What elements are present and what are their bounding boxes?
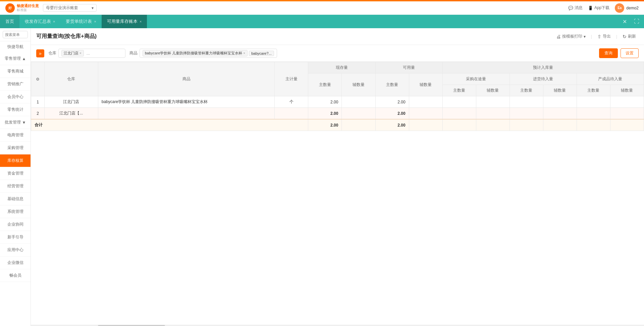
app-download-button[interactable]: 📱 App下载 [588,5,609,11]
row1-arrival-aux [543,96,577,108]
message-button[interactable]: 💬 消息 [568,5,583,11]
sidebar-item-purchase-mgmt[interactable]: 采购管理 [0,142,31,154]
chevron-down-icon: ▼ [22,120,26,125]
row1-purchase-main [442,96,476,108]
refresh-button[interactable]: ↻ 刷新 [620,32,639,41]
sidebar-item-system[interactable]: 系统管理 [0,205,31,218]
logo-text: 畅捷通好生意 标准版 [17,4,39,12]
query-button[interactable]: 查询 [599,48,618,58]
sidebar-item-basic-info[interactable]: 基础信息 [0,193,31,205]
horizontal-scrollbar[interactable] [31,325,644,326]
row1-purchase-aux [476,96,509,108]
close-tab-order-stats[interactable]: × [94,19,96,24]
sidebar-item-wholesale-mgmt[interactable]: 批发管理 ▼ [0,116,31,129]
product-input-area[interactable]: babycare学饮杯 儿童防摔防撞吸管杯重力球吸嘴杯宝宝水杯 × babyca… [140,49,277,58]
logo-icon: 好 [5,3,15,13]
product-filter-label: 商品 [129,50,138,56]
sidebar-item-inventory[interactable]: 库存核算 [0,154,31,167]
sidebar-item-enterprise-wechat[interactable]: 企业微信 [0,257,31,269]
sidebar-item-retail-mall[interactable]: 零售商城 [0,65,31,78]
footer-purchase-aux [476,119,509,131]
planned-inbound-group-header: 预计入库量 [442,62,644,74]
sidebar-item-retail-stats[interactable]: 零售统计 [0,103,31,116]
footer-purchase-main [442,119,476,131]
row1-unit: 个 [275,96,308,108]
row2-product-main [577,108,610,120]
footer-available-main: 2.00 [375,119,409,131]
download-icon: 📱 [588,6,593,10]
sidebar-item-ecommerce[interactable]: 电商管理 [0,129,31,142]
tab-home[interactable]: 首页 [0,15,19,28]
row1-product: babycare学饮杯 儿童防摔防撞吸管杯重力球吸嘴杯宝宝水杯 [98,96,275,108]
close-all-tabs-button[interactable]: ✕ [620,17,629,26]
footer-current-main: 2.00 [308,119,342,131]
close-tab-receipt-summary[interactable]: × [53,19,55,24]
warehouse-tag: 江北门店 × [61,50,84,56]
expand-filter-button[interactable]: » [36,49,44,57]
remove-warehouse-tag[interactable]: × [79,51,82,55]
table-footer-row: 合计 2.00 2.00 [31,119,644,131]
tab-receipt-summary[interactable]: 收发存汇总表 × [19,15,60,28]
row2-product-aux [610,108,644,120]
settings-column-header[interactable]: ⚙ [31,62,45,96]
top-bar: 好 畅捷通好生意 标准版 母婴行业演示账套 ▾ 💬 消息 📱 App下载 Ea … [0,1,644,15]
footer-product-main [577,119,610,131]
arrival-aux-qty-header: 辅数量 [543,85,577,96]
chevron-down-icon: ▾ [584,34,586,39]
sidebar-item-member-center[interactable]: 会员中心 [0,91,31,103]
export-button[interactable]: ⇧ 导出 [595,32,613,41]
tab-order-stats[interactable]: 要货单统计表 × [60,15,101,28]
remove-product-tag-1[interactable]: × [243,51,245,55]
chevron-up-icon: ▲ [22,56,26,61]
sidebar-item-vip-member[interactable]: 畅会员 [0,269,31,282]
top-bar-left: 好 畅捷通好生意 标准版 母婴行业演示账套 ▾ [5,3,97,13]
sidebar-item-enterprise-collab[interactable]: 企业协同 [0,218,31,231]
footer-label: 合计 [31,119,308,131]
row2-purchase-aux [476,108,509,120]
sidebar-item-marketing[interactable]: 营销推广 [0,78,31,91]
available-main-qty-header: 主数量 [375,74,409,96]
row1-warehouse: 江北门店 [45,96,98,108]
fullscreen-button[interactable]: ⛶ [632,17,641,26]
row1-current-main: 2.00 [308,96,342,108]
nav-tabs-actions: ✕ ⛶ [620,17,644,26]
filter-actions: 查询 设置 [599,48,639,58]
product-tag-2: babycare?... [249,51,274,56]
sidebar-item-app-center[interactable]: 应用中心 [0,244,31,257]
export-icon: ⇧ [597,34,601,39]
user-profile[interactable]: Ea demo2 [615,3,639,13]
tab-available-stock[interactable]: 可用量库存账本 × [102,15,147,28]
template-print-button[interactable]: 🖨 按模板打印 ▾ [553,32,588,41]
logo-area: 好 畅捷通好生意 标准版 [5,3,39,13]
chevron-down-icon: ▾ [92,6,94,10]
settings-button[interactable]: 设置 [621,48,639,58]
main-layout: 快捷导航 零售管理 ▲ 零售商城 营销推广 会员中心 零售统计 批发管理 ▼ 电… [0,28,644,326]
sidebar-item-shortcut[interactable]: 快捷导航 [0,41,31,52]
current-stock-group-header: 现存量 [308,62,375,74]
warehouse-input-area[interactable]: 江北门店 × ... [58,49,125,58]
product-tag-1: babycare学饮杯 儿童防摔防撞吸管杯重力球吸嘴杯宝宝水杯 × [143,50,248,56]
tenant-selector[interactable]: 母婴行业演示账套 ▾ [43,4,97,12]
row1-arrival-main [509,96,543,108]
top-bar-right: 💬 消息 📱 App下载 Ea demo2 [568,3,639,13]
sidebar-item-new-guide[interactable]: 新手引导 [0,231,31,244]
product-pending-header: 产成品待入量 [577,74,644,85]
divider2: | [616,34,617,39]
row2-warehouse: 江北门店【... [45,108,98,120]
arrival-main-qty-header: 主数量 [509,85,543,96]
sidebar-search-area [0,28,31,41]
sidebar-item-finance[interactable]: 资金管理 [0,167,31,180]
username-label: demo2 [626,6,639,10]
search-input[interactable] [3,31,28,38]
footer-available-aux [409,119,442,131]
close-tab-available-stock[interactable]: × [140,19,142,24]
purchase-in-transit-header: 采购在途量 [442,74,509,85]
warehouse-more-indicator[interactable]: ... [87,51,90,56]
product-column-header: 商品 [98,62,275,96]
sidebar-item-business[interactable]: 经营管理 [0,180,31,193]
warehouse-column-header: 仓库 [45,62,98,96]
sidebar-item-retail-mgmt[interactable]: 零售管理 ▲ [0,52,31,65]
row2-purchase-main [442,108,476,120]
footer-arrival-aux [543,119,577,131]
row1-product-main [577,96,610,108]
